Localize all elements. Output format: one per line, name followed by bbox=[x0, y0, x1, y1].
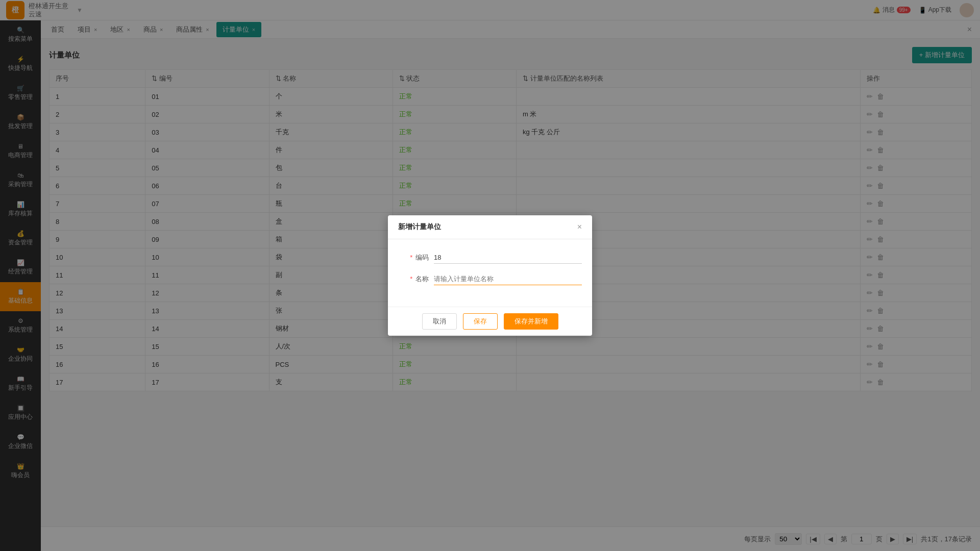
code-required-star: * bbox=[410, 254, 412, 261]
add-unit-modal: 新增计量单位 × * 编码 * 名称 取消 保存 保存并新增 bbox=[388, 215, 592, 336]
modal-overlay: 新增计量单位 × * 编码 * 名称 取消 保存 保存并新增 bbox=[0, 0, 980, 551]
name-label: * 名称 bbox=[398, 274, 429, 284]
form-row-code: * 编码 bbox=[398, 252, 582, 264]
save-button[interactable]: 保存 bbox=[463, 313, 498, 330]
name-required-star: * bbox=[410, 275, 412, 283]
modal-footer: 取消 保存 保存并新增 bbox=[388, 307, 592, 336]
form-row-name: * 名称 bbox=[398, 273, 582, 285]
modal-header: 新增计量单位 × bbox=[388, 215, 592, 239]
name-input[interactable] bbox=[434, 273, 582, 285]
cancel-button[interactable]: 取消 bbox=[422, 313, 457, 330]
save-and-new-button[interactable]: 保存并新增 bbox=[504, 313, 558, 330]
code-label-text: 编码 bbox=[415, 254, 429, 261]
code-input[interactable] bbox=[434, 252, 582, 264]
modal-close-button[interactable]: × bbox=[577, 222, 582, 232]
modal-title: 新增计量单位 bbox=[398, 222, 441, 232]
modal-body: * 编码 * 名称 bbox=[388, 239, 592, 307]
name-label-text: 名称 bbox=[415, 275, 429, 283]
code-label: * 编码 bbox=[398, 253, 429, 262]
